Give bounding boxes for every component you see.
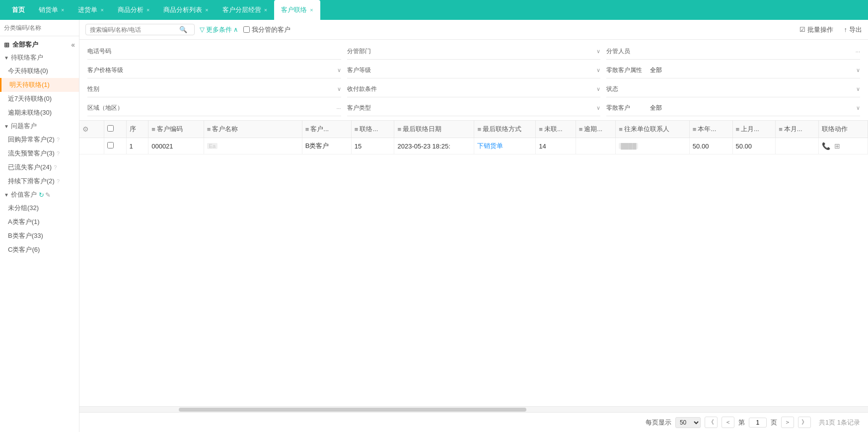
sidebar-item-c-class[interactable]: C类客户(6) [0,243,79,257]
main-layout: 🔍 ⊞ 全部客户 « ▼ 待联络客户 今天待联络(0) 明天待联络(1) 近7天… [0,20,868,432]
batch-icon: ☑ [799,26,805,33]
last-way-link[interactable]: 下销货单 [477,142,503,149]
sidebar-item-7days[interactable]: 近7天待联络(0) [0,92,79,106]
chevron-down-icon: ∨ [596,105,600,111]
close-icon[interactable]: × [310,7,313,13]
status-select[interactable]: ∨ [650,86,860,92]
phone-action-icon[interactable]: 📞 [822,142,830,150]
page-size-select[interactable]: 50 100 200 [675,417,701,428]
sidebar-item-declining[interactable]: 持续下滑客户(2) ? [0,174,79,188]
sidebar-item-today[interactable]: 今天待联络(0) [0,64,79,78]
export-icon: ↑ [844,26,848,33]
table-row: 1 000021 Ea B类客户 15 [79,138,868,154]
gender-select[interactable]: ∨ [131,86,341,92]
help-icon[interactable]: ? [54,164,57,170]
row-overdue [576,138,615,154]
row-last-way: 下销货单 [474,138,536,154]
sidebar-collapse-icon[interactable]: « [71,41,75,49]
settings-gear-icon[interactable]: ⚙ [82,125,89,133]
hist-person-blurred: ████ [619,143,638,149]
help-icon[interactable]: ? [57,150,60,156]
horizontal-scrollbar[interactable] [79,406,868,412]
col-code: ≡ 客户编码 [148,121,204,138]
close-icon[interactable]: × [61,7,64,13]
customer-type-select[interactable]: ∨ [391,105,601,111]
sidebar-item-churn-warning[interactable]: 流失预警客户(3) ? [0,146,79,160]
nav-customer-contact[interactable]: 客户联络 × [274,0,320,20]
sidebar-item-tomorrow[interactable]: 明天待联络(1) [0,78,79,92]
filter-row-customer-type: 客户类型 ∨ [347,100,601,116]
row-no: 1 [126,138,148,154]
row-last-date: 2023-05-23 18:25: [394,138,474,154]
sidebar-item-overdue[interactable]: 逾期未联络(30) [0,106,79,120]
region-select[interactable]: ··· [131,105,341,111]
filter-row-customer-level: 客户等级 ∨ [347,63,601,78]
price-level-select[interactable]: ∨ [131,67,341,73]
prev-page-button[interactable]: ＜ [722,417,734,428]
sidebar-item-abnormal[interactable]: 回购异常客户(2) ? [0,133,79,146]
filter-row-payment: 收付款条件 ∨ [347,81,601,97]
sidebar-search-input[interactable] [4,24,78,31]
nav-product-analysis[interactable]: 商品分析 × [111,0,156,20]
close-icon[interactable]: × [100,7,103,13]
chevron-down-icon: ∨ [337,86,341,92]
chevron-down-icon: ∨ [856,86,860,92]
nav-sales[interactable]: 销货单 × [32,0,71,20]
filter-row-phone: 电话号码 [87,44,341,60]
select-all-checkbox[interactable] [107,125,114,132]
content-area: 🔍 ▽ 更多条件 ∧ 我分管的客户 ☑ 批量操作 ↑ 导出 [79,20,868,432]
row-checkbox[interactable] [107,142,114,148]
sidebar-item-churned[interactable]: 已流失客户(24) ? [0,160,79,174]
more-button[interactable]: ··· [856,49,860,55]
sidebar-pending-group[interactable]: ▼ 待联络客户 [0,51,79,64]
customer-name-blurred: Ea [207,143,217,149]
person-select[interactable]: ··· [650,49,860,55]
nav-customer-layering[interactable]: 客户分层经营 × [216,0,274,20]
sidebar-item-b-class[interactable]: B类客户(33) [0,229,79,243]
nav-product-analysis-list[interactable]: 商品分析列表 × [156,0,215,20]
col-checkbox [104,121,127,138]
sidebar-problem-group[interactable]: ▼ 问题客户 [0,120,79,133]
col-last-contact-way: ≡ 最后联络方式 [474,121,536,138]
dept-select[interactable]: ∨ [391,48,601,55]
page-number-input[interactable] [749,418,767,428]
last-page-button[interactable]: 》 [798,417,811,428]
help-icon[interactable]: ? [57,178,60,184]
row-code: 000021 [148,138,204,154]
customer-level-select[interactable]: ∨ [391,67,601,73]
export-button[interactable]: ↑ 导出 [844,25,863,34]
search-input[interactable] [90,26,179,33]
help-icon[interactable]: ? [57,137,60,143]
chevron-down-icon: ∨ [856,67,860,73]
edit-icon[interactable]: ✎ [45,191,51,199]
close-icon[interactable]: × [205,7,208,13]
filter-panel: 电话号码 分管部门 ∨ 分管人员 ··· 查询 设置 [79,40,868,121]
more-filter-button[interactable]: ▽ 更多条件 ∧ [200,25,238,34]
phone-input[interactable] [131,48,341,55]
col-customer-type: ≡ 客户... [302,121,351,138]
filter-row-region: 区域（地区） ··· [87,100,341,116]
grid-action-icon[interactable]: ⊞ [834,142,840,150]
col-this-month: ≡ 本月... [776,121,819,138]
grid-icon: ⊞ [4,41,9,49]
my-customer-checkbox[interactable] [243,26,250,33]
refresh-icon[interactable]: ↻ [39,191,44,199]
chevron-down-icon: ∨ [596,86,600,92]
close-icon[interactable]: × [264,7,267,13]
first-page-button[interactable]: 《 [705,417,718,428]
arrow-down-icon: ▼ [4,192,9,198]
nav-home[interactable]: 首页 [5,0,32,20]
sidebar-value-group[interactable]: ▼ 价值客户 ↻ ✎ [0,188,79,201]
retail-customer-select[interactable]: 全部 ∨ [650,104,860,112]
nav-purchase[interactable]: 进货单 × [71,0,110,20]
batch-operation-button[interactable]: ☑ 批量操作 [799,25,833,34]
sidebar-item-a-class[interactable]: A类客户(1) [0,215,79,229]
payment-select[interactable]: ∨ [391,86,601,92]
search-icon[interactable]: 🔍 [179,26,187,33]
scroll-thumb[interactable] [179,408,526,412]
next-page-button[interactable]: ＞ [781,417,794,428]
sidebar-item-ungrouped[interactable]: 未分组(32) [0,201,79,215]
more-button[interactable]: ··· [336,105,341,111]
retail-attr-select[interactable]: 全部 ∨ [650,66,860,74]
close-icon[interactable]: × [146,7,149,13]
